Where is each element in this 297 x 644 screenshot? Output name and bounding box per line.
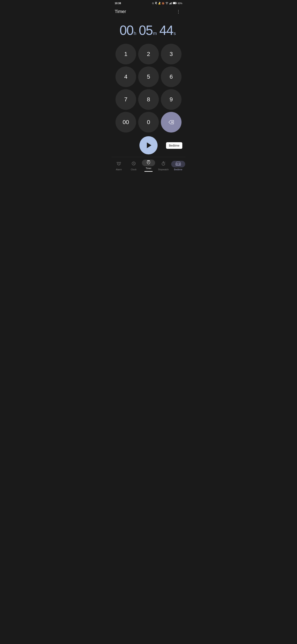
seconds-segment: 44 s [159, 23, 177, 38]
alarm-icon [116, 161, 121, 167]
key-6[interactable]: 6 [161, 66, 182, 87]
svg-rect-3 [170, 3, 171, 4]
backspace-icon [169, 120, 174, 124]
key-2[interactable]: 2 [138, 44, 159, 64]
stopwatch-icon-wrap [157, 161, 170, 168]
svg-rect-2 [169, 4, 170, 4]
nav-timer-label: Timer [146, 167, 151, 170]
hours-segment: 00 h [119, 23, 138, 38]
key-0[interactable]: 0 [138, 112, 159, 132]
bedtime-icon [175, 161, 181, 167]
key-00[interactable]: 00 [115, 112, 136, 132]
key-1[interactable]: 1 [115, 44, 136, 64]
nav-stopwatch-label: Stopwatch [158, 168, 169, 171]
nav-stopwatch[interactable]: Stopwatch [156, 160, 171, 172]
header: Timer ⋮ [111, 6, 186, 16]
play-icon [147, 142, 151, 148]
start-area: Bedtime [111, 134, 186, 157]
minutes-unit: m [153, 31, 157, 36]
svg-rect-6 [176, 3, 177, 4]
status-icons: G 🔔 🔕 83% [152, 2, 182, 5]
signal-icon [169, 2, 172, 5]
alarm-icon-wrap [112, 161, 125, 168]
battery-percent: 83% [178, 2, 182, 4]
status-bar: 10:38 G 🔔 🔕 83% [111, 0, 186, 6]
nav-bedtime-label: Bedtime [174, 168, 182, 171]
clock-icon [131, 161, 136, 167]
delete-button[interactable] [161, 112, 182, 132]
status-time: 10:38 [115, 2, 121, 5]
bluetooth-icon [155, 2, 157, 5]
nav-clock-label: Clock [131, 168, 137, 171]
nav-clock[interactable]: Clock [126, 160, 141, 172]
svg-rect-7 [173, 2, 176, 4]
timer-icon-wrap [142, 160, 155, 166]
mute-icon: 🔔 [158, 2, 161, 5]
nav-bedtime[interactable]: Bedtime [171, 160, 186, 172]
start-button[interactable] [139, 136, 158, 154]
svg-point-13 [179, 164, 180, 164]
key-9[interactable]: 9 [161, 89, 182, 110]
timer-display: 00 h 05 m 44 s [111, 16, 186, 42]
nav-active-indicator [144, 171, 153, 172]
mute-bell-icon: 🔕 [162, 2, 165, 5]
bedtime-shortcut-button[interactable]: Bedtime [166, 142, 182, 149]
minutes-segment: 05 m [139, 23, 159, 38]
svg-point-12 [177, 164, 177, 164]
timer-icon [146, 160, 151, 166]
clock-icon-wrap [127, 161, 140, 168]
battery-icon [173, 2, 177, 5]
minutes-value: 05 [139, 23, 153, 38]
bottom-nav: Alarm Clock Timer [111, 157, 186, 175]
google-icon: G [152, 2, 154, 4]
seconds-value: 44 [159, 23, 173, 38]
keypad: 1 2 3 4 5 6 7 8 9 00 0 [111, 42, 186, 134]
nav-alarm-label: Alarm [116, 168, 122, 171]
wifi-icon [165, 2, 168, 5]
nav-timer[interactable]: Timer [141, 159, 156, 172]
stopwatch-icon [161, 161, 166, 167]
key-3[interactable]: 3 [161, 44, 182, 64]
key-7[interactable]: 7 [115, 89, 136, 110]
more-options-button[interactable]: ⋮ [175, 8, 182, 15]
key-5[interactable]: 5 [138, 66, 159, 87]
svg-rect-4 [171, 2, 172, 4]
hours-value: 00 [119, 23, 133, 38]
key-8[interactable]: 8 [138, 89, 159, 110]
seconds-unit: s [174, 31, 176, 36]
hours-unit: h [134, 31, 136, 36]
svg-text:🔔: 🔔 [158, 2, 161, 4]
svg-point-1 [167, 4, 167, 4]
key-4[interactable]: 4 [115, 66, 136, 87]
bedtime-icon-wrap [171, 161, 185, 168]
nav-alarm[interactable]: Alarm [111, 160, 126, 172]
page-title: Timer [115, 9, 126, 14]
